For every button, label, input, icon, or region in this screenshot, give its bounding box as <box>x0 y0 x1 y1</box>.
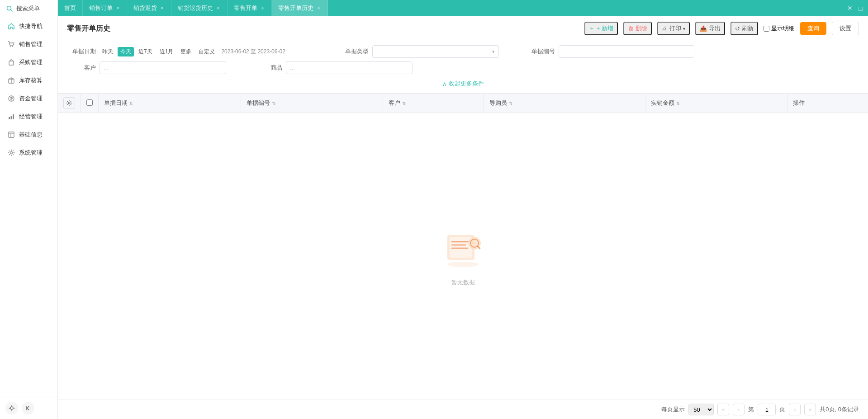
sidebar-item-finance[interactable]: 资金管理 <box>2 90 56 107</box>
last-page-btn[interactable]: » <box>804 404 816 415</box>
tab-label: 销售订单 <box>89 4 113 12</box>
tab-label: 零售开单历史 <box>278 4 313 12</box>
date-btn-more[interactable]: 更多 <box>178 47 194 56</box>
sort-icon: ⇅ <box>272 101 275 106</box>
tab-retail-open[interactable]: 零售开单 × <box>228 0 272 16</box>
customer-label: 客户 <box>67 64 100 72</box>
svg-point-14 <box>10 152 13 154</box>
gear-icon <box>7 149 15 157</box>
collapse-filter-btn[interactable]: ∧ 收起更多条件 <box>67 78 859 89</box>
type-label: 单据类型 <box>340 47 372 56</box>
th-number-sort[interactable]: 单据编号 ⇅ <box>247 99 378 107</box>
th-amount-sort[interactable]: 实销金额 ⇅ <box>651 99 782 107</box>
tab-close-icon[interactable]: × <box>216 4 221 12</box>
page-number-input[interactable] <box>758 404 776 415</box>
sidebar-item-operations[interactable]: 经营管理 <box>2 108 56 125</box>
tab-home[interactable]: 首页 <box>58 0 83 16</box>
sidebar-item-quick-nav[interactable]: 快捷导航 <box>2 18 56 35</box>
column-settings-btn[interactable] <box>63 97 75 109</box>
date-btn-1month[interactable]: 近1月 <box>157 47 176 56</box>
date-btn-yesterday[interactable]: 昨天 <box>100 47 116 56</box>
th-date: 单据日期 ⇅ <box>99 94 241 113</box>
export-icon: 📤 <box>700 25 707 32</box>
pagination: 每页显示 50 100 200 « ‹ 第 页 › » 共0页, 0条记录 <box>58 400 868 419</box>
th-salesperson-sort[interactable]: 导购员 ⇅ <box>489 99 600 107</box>
sidebar-bottom <box>0 397 57 419</box>
date-btn-today[interactable]: 今天 <box>118 47 134 56</box>
tab-bar: 首页 销售订单 × 销货退货 × 销货退货历史 × 零售开单 × 零售开单历史 … <box>58 0 868 16</box>
display-detail-checkbox[interactable] <box>764 26 769 32</box>
select-all-checkbox[interactable] <box>86 99 93 106</box>
sidebar-item-base-info[interactable]: 基础信息 <box>2 126 56 143</box>
collapse-sidebar-btn[interactable] <box>22 402 34 414</box>
query-button[interactable]: 查询 <box>800 22 826 35</box>
th-ops: 操作 <box>787 94 868 113</box>
tab-close-icon[interactable]: × <box>316 4 321 12</box>
type-select[interactable]: ▾ <box>372 45 499 58</box>
sidebar-item-sales-mgmt[interactable]: 销售管理 <box>2 36 56 53</box>
bag-icon <box>7 58 15 66</box>
th-customer: 客户 ⇅ <box>383 94 484 113</box>
tab-sales-return[interactable]: 销货退货 × <box>127 0 171 16</box>
tab-sales-order[interactable]: 销售订单 × <box>83 0 127 16</box>
svg-rect-8 <box>9 117 10 119</box>
date-btn-custom[interactable]: 自定义 <box>196 47 218 56</box>
th-gear <box>58 94 81 113</box>
page-title: 零售开单历史 <box>67 24 110 33</box>
next-page-btn[interactable]: › <box>789 404 801 415</box>
print-icon: 🖨 <box>662 25 668 32</box>
tab-close-icon[interactable]: × <box>260 4 265 12</box>
add-button[interactable]: ＋ + 新增 <box>584 22 618 35</box>
export-button[interactable]: 📤 导出 <box>695 22 725 35</box>
th-date-label: 单据日期 <box>104 99 128 107</box>
sort-icon: ⇅ <box>676 101 680 106</box>
th-date-sort[interactable]: 单据日期 ⇅ <box>104 99 235 107</box>
goods-input[interactable]: ... <box>286 61 413 74</box>
number-input[interactable] <box>559 45 694 58</box>
empty-text: 暂无数据 <box>451 278 475 287</box>
print-label: 打印 <box>669 24 681 33</box>
settings-button[interactable]: 设置 <box>832 22 859 35</box>
page-content: 零售开单历史 ＋ + 新增 🗑 删除 🖨 打印 ▾ <box>58 16 868 419</box>
filter-row-2: 客户 ... 商品 ... <box>67 61 859 74</box>
window-close-btn[interactable]: × <box>847 4 852 13</box>
sidebar-item-label: 快捷导航 <box>19 22 43 30</box>
settings-bottom-btn[interactable] <box>5 402 18 414</box>
sidebar-item-inventory[interactable]: 库存核算 <box>2 72 56 89</box>
tab-close-icon[interactable]: × <box>115 4 120 12</box>
date-label: 单据日期 <box>67 47 100 56</box>
page-size-label: 每页显示 <box>661 405 685 414</box>
box-icon <box>7 76 15 85</box>
th-amount-label: 实销金额 <box>651 99 674 107</box>
sidebar-item-purchase-mgmt[interactable]: 采购管理 <box>2 54 56 71</box>
collapse-label: 收起更多条件 <box>449 80 484 88</box>
customer-input[interactable]: ... <box>100 61 226 74</box>
date-btn-7days[interactable]: 近7天 <box>136 47 155 56</box>
filter-row-1: 单据日期 昨天 今天 近7天 近1月 更多 自定义 2023-06-02 至 2… <box>67 45 859 58</box>
sidebar-item-sys-mgmt[interactable]: 系统管理 <box>2 144 56 161</box>
delete-button[interactable]: 🗑 删除 <box>623 22 652 35</box>
sidebar-item-label: 资金管理 <box>19 94 43 103</box>
print-chevron-icon: ▾ <box>683 26 685 31</box>
tab-close-icon[interactable]: × <box>160 4 165 12</box>
tab-label: 零售开单 <box>234 4 257 12</box>
toolbar: ＋ + 新增 🗑 删除 🖨 打印 ▾ 📤 导出 <box>584 22 859 35</box>
th-customer-sort[interactable]: 客户 ⇅ <box>389 99 478 107</box>
first-page-btn[interactable]: « <box>717 404 729 415</box>
prev-page-btn[interactable]: ‹ <box>733 404 745 415</box>
sidebar-search[interactable]: 搜索采单 <box>0 0 57 17</box>
page-size-select[interactable]: 50 100 200 <box>688 404 714 415</box>
add-icon: ＋ <box>589 24 595 33</box>
print-button[interactable]: 🖨 打印 ▾ <box>657 22 690 35</box>
page-header: 零售开单历史 ＋ + 新增 🗑 删除 🖨 打印 ▾ <box>58 16 868 94</box>
th-ops-label: 操作 <box>793 99 805 106</box>
refresh-button[interactable]: ↺ 刷新 <box>730 22 758 35</box>
refresh-label: 刷新 <box>742 24 754 33</box>
sort-icon: ⇅ <box>129 101 133 106</box>
sidebar-item-label: 销售管理 <box>19 40 43 48</box>
svg-point-2 <box>10 46 11 47</box>
window-restore-btn[interactable]: □ <box>859 5 863 12</box>
tab-sales-return-hist[interactable]: 销货退货历史 × <box>171 0 228 16</box>
display-detail-toggle[interactable]: 显示明细 <box>764 24 795 33</box>
tab-retail-open-hist[interactable]: 零售开单历史 × <box>272 0 328 16</box>
